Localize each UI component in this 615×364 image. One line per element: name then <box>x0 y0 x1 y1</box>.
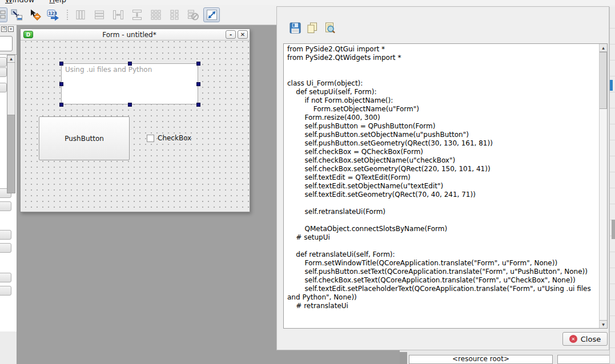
selection-handle-bottom-left[interactable] <box>59 103 63 107</box>
edit-buddies-button[interactable] <box>28 7 43 22</box>
designer-form-icon: D <box>23 31 33 38</box>
close-glyph: ✕ <box>9 27 12 31</box>
adjust-size-button[interactable] <box>203 7 220 22</box>
edit-signals-slots-button[interactable] <box>9 7 24 22</box>
widget-box-scrollbar[interactable]: ▲ <box>7 55 15 193</box>
layout-grid-button[interactable] <box>148 7 163 22</box>
selection-handle-top-mid[interactable] <box>128 62 132 66</box>
scrollbar-thumb[interactable] <box>612 220 615 239</box>
selected-row-fragment <box>610 80 613 91</box>
menubar-items: WindowHelp <box>5 0 81 4</box>
widget-category-fragment[interactable] <box>0 57 7 67</box>
scroll-down-icon[interactable]: ▼ <box>600 320 607 328</box>
resource-root-item[interactable]: <resource root> <box>452 355 509 363</box>
resource-tree-panel[interactable]: <resource root> <box>409 355 553 364</box>
scroll-up-glyph: ▲ <box>602 46 605 50</box>
layout-horizontal-button[interactable] <box>73 7 88 22</box>
save-button[interactable] <box>289 22 302 34</box>
close-dialog-button[interactable]: ✕ Close <box>562 332 608 346</box>
checkbox-indicator[interactable] <box>147 135 154 142</box>
layout-splitter-horizontal-icon <box>112 9 124 21</box>
minimize-icon: - <box>230 31 232 38</box>
widget-category-fragment[interactable] <box>0 83 7 92</box>
edit-tab-order-button[interactable]: 123 <box>45 7 61 22</box>
find-button[interactable] <box>324 22 336 34</box>
widget-category-fragment[interactable] <box>0 243 11 253</box>
edit-widgets-button[interactable] <box>0 7 7 22</box>
selection-handle-top-left[interactable] <box>59 62 63 66</box>
layout-vertical-button[interactable] <box>92 7 107 22</box>
resource-detail-panel[interactable] <box>557 355 615 364</box>
break-layout-button[interactable] <box>186 7 200 22</box>
badge-letter: D <box>26 32 30 38</box>
scroll-up-glyph: ▲ <box>10 56 13 60</box>
toolbar-separator <box>67 10 68 20</box>
scrollbar-thumb[interactable] <box>600 52 607 109</box>
layout-splitter-vertical-button[interactable] <box>130 7 144 22</box>
edit-signals-slots-icon <box>10 9 23 21</box>
close-window-button[interactable]: ✕ <box>238 30 248 39</box>
code-preview-dialog: from PySide2.QtGui import * from PySide2… <box>276 6 609 350</box>
widget-category-fragment[interactable] <box>0 286 11 296</box>
widget-category-fragment[interactable] <box>0 201 11 211</box>
selection-handle-top-right[interactable] <box>196 62 200 66</box>
layout-horizontal-icon <box>74 9 87 21</box>
scroll-up-icon[interactable]: ▲ <box>600 44 607 52</box>
widget-box-list[interactable]: ▲ <box>0 54 17 331</box>
layout-form-button[interactable] <box>167 7 182 22</box>
copy-button[interactable] <box>306 22 319 34</box>
scroll-down-glyph: ▼ <box>602 322 605 326</box>
edit-buddies-icon <box>29 9 42 21</box>
widget-category-fragment[interactable] <box>0 230 11 240</box>
close-circle-icon: ✕ <box>569 335 577 343</box>
code-scrollbar[interactable]: ▲ ▼ <box>599 44 607 328</box>
edit-widgets-icon <box>0 9 6 21</box>
widget-category-fragment[interactable] <box>0 67 7 77</box>
selection-handle-mid-left[interactable] <box>59 82 63 86</box>
textedit-placeholder: Using .ui files and Python <box>65 66 194 74</box>
close-x-glyph: ✕ <box>571 337 575 342</box>
menubar: WindowHelp <box>0 0 615 5</box>
property-editor-dock-sliver <box>609 7 615 364</box>
float-dock-icon[interactable]: ❐ <box>1 26 7 32</box>
form-canvas[interactable]: Using .ui files and Python PushButton Ch… <box>21 41 250 212</box>
widget-category-fragment[interactable] <box>0 273 11 282</box>
edit-tab-order-icon: 123 <box>46 9 60 21</box>
float-glyph: ❐ <box>2 27 5 31</box>
layout-vertical-icon <box>93 9 106 21</box>
close-dock-icon[interactable]: ✕ <box>8 26 14 32</box>
checkbox-label: CheckBox <box>158 134 191 142</box>
layout-splitter-horizontal-button[interactable] <box>111 7 126 22</box>
minimize-button[interactable]: - <box>226 30 236 39</box>
menu-help[interactable]: Help <box>49 0 66 4</box>
form-titlebar[interactable]: D Form - untitled* - ✕ <box>21 29 250 41</box>
break-layout-icon <box>187 9 199 21</box>
generated-code-view[interactable]: from PySide2.QtGui import * from PySide2… <box>283 43 608 329</box>
form-window-title: Form - untitled* <box>33 31 226 39</box>
qt-designer-screen: WindowHelp <box>0 0 615 364</box>
scroll-up-icon[interactable]: ▲ <box>7 55 15 63</box>
widget-box-dock: ❐ ✕ ▲ <box>0 25 17 364</box>
close-button-label: Close <box>581 335 601 343</box>
resource-window-fragment <box>400 352 407 364</box>
save-icon <box>289 22 302 34</box>
textedit-widget[interactable]: Using .ui files and Python <box>61 63 198 104</box>
layout-splitter-vertical-icon <box>131 9 143 21</box>
menu-window[interactable]: Window <box>5 0 34 4</box>
selection-handle-bottom-right[interactable] <box>196 103 200 107</box>
selection-handle-mid-right[interactable] <box>196 82 200 86</box>
close-icon: ✕ <box>240 31 245 38</box>
svg-text:123: 123 <box>48 11 57 16</box>
selection-handle-bottom-mid[interactable] <box>128 103 132 107</box>
layout-form-icon <box>168 9 181 21</box>
layout-grid-icon <box>150 9 162 21</box>
pushbutton-label: PushButton <box>65 135 104 143</box>
pushbutton-widget[interactable]: PushButton <box>39 116 130 160</box>
python-code-text[interactable]: from PySide2.QtGui import * from PySide2… <box>284 44 599 328</box>
resource-browser-window: <resource root> <box>400 350 615 364</box>
form-editor-window: D Form - untitled* - ✕ Using .ui files a… <box>20 29 250 212</box>
adjust-size-icon <box>206 9 218 21</box>
widget-filter-input[interactable] <box>0 36 13 51</box>
copy-icon <box>306 22 319 34</box>
scrollbar-thumb[interactable] <box>7 63 15 115</box>
